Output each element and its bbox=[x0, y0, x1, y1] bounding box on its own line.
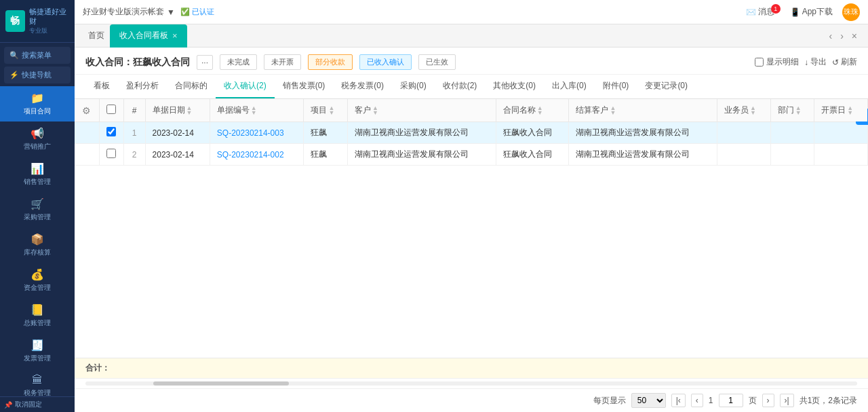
sidebar-item-marketing[interactable]: 📢 营销推广 bbox=[0, 121, 75, 157]
export-icon: ↓ bbox=[804, 58, 808, 67]
tab-tax-invoice[interactable]: 税务发票(0) bbox=[333, 75, 392, 98]
row-settings-cell bbox=[75, 122, 99, 144]
company-selector[interactable]: 好业财专业版演示帐套 ▼ bbox=[83, 6, 175, 18]
app-logo-icon: 畅 bbox=[5, 10, 25, 32]
doc-no-link[interactable]: SQ-20230214-002 bbox=[217, 150, 284, 160]
tab-inout[interactable]: 出入库(0) bbox=[544, 75, 595, 98]
app-download-action[interactable]: 📱 App下载 bbox=[790, 6, 833, 18]
row-salesperson-cell bbox=[717, 144, 771, 166]
docno-header: 单据编号▲▼ bbox=[210, 99, 304, 122]
prev-page-button[interactable]: ‹ bbox=[691, 394, 703, 407]
status-confirmed-button[interactable]: 已收入确认 bbox=[359, 54, 412, 70]
scrollbar-thumb[interactable] bbox=[153, 381, 289, 386]
search-menu-button[interactable]: 🔍 搜索菜单 bbox=[4, 47, 71, 64]
horizontal-scrollbar[interactable] bbox=[75, 378, 868, 388]
tab-kanban[interactable]: 看板 bbox=[85, 75, 118, 98]
customer-sort-icon[interactable]: ▲▼ bbox=[372, 106, 378, 115]
status-effective-button[interactable]: 已生效 bbox=[418, 54, 456, 70]
topbar-left: 好业财专业版演示帐套 ▼ ✅ 已认证 bbox=[83, 6, 214, 18]
sidebar-item-fund[interactable]: 💰 资金管理 bbox=[0, 263, 75, 298]
last-page-button[interactable]: ›| bbox=[780, 394, 794, 407]
sidebar-logo: 畅 畅捷通好业财 专业版 bbox=[0, 0, 75, 43]
tab-purchase[interactable]: 采购(0) bbox=[392, 75, 435, 98]
open-date-header-label: 开票日 bbox=[821, 105, 846, 116]
sidebar-item-purchase[interactable]: 🛒 采购管理 bbox=[0, 192, 75, 227]
quick-nav-button[interactable]: ⚡ 快捷导航 bbox=[4, 67, 71, 83]
tab-profit[interactable]: 盈利分析 bbox=[118, 75, 167, 98]
project-header-label: 项目 bbox=[311, 105, 327, 116]
row-project-cell: 狂飙 bbox=[304, 144, 348, 166]
tab-revenue-confirm[interactable]: 收入确认(2) bbox=[216, 75, 275, 98]
tab-payment[interactable]: 收付款(2) bbox=[435, 75, 486, 98]
row-open-date-cell bbox=[814, 122, 868, 144]
page-input[interactable] bbox=[719, 394, 743, 407]
sidebar-item-invoice[interactable]: 🧾 发票管理 bbox=[0, 333, 75, 369]
date-header-label: 单据日期 bbox=[153, 105, 185, 116]
settle-customer-header-label: 结算客户 bbox=[576, 105, 608, 116]
sidebar-item-project[interactable]: 📁 项目合同 bbox=[0, 86, 75, 121]
main-area: 好业财专业版演示帐套 ▼ ✅ 已认证 ✉️ 消息 1 📱 App下载 珠珠 bbox=[75, 0, 868, 412]
project-icon: 📁 bbox=[31, 92, 44, 105]
tab-close-all-button[interactable]: × bbox=[849, 29, 860, 43]
tab-prev-button[interactable]: ‹ bbox=[826, 29, 835, 43]
export-action[interactable]: ↓ 导出 bbox=[804, 56, 827, 68]
display-detail-checkbox-container[interactable]: 显示明细 bbox=[755, 56, 799, 68]
tab-contract-subject[interactable]: 合同标的 bbox=[167, 75, 216, 98]
row-num-cell: 2 bbox=[123, 144, 145, 166]
active-tab[interactable]: 收入合同看板 × bbox=[110, 24, 187, 48]
tab-other-income[interactable]: 其他收支(0) bbox=[485, 75, 544, 98]
display-detail-checkbox[interactable] bbox=[755, 58, 764, 67]
date-sort-icon[interactable]: ▲▼ bbox=[186, 106, 193, 115]
salesperson-sort-icon[interactable]: ▲▼ bbox=[750, 106, 756, 115]
tab-sales-invoice[interactable]: 销售发票(0) bbox=[275, 75, 334, 98]
export-label: 导出 bbox=[810, 56, 827, 68]
refresh-label: 刷新 bbox=[841, 56, 857, 68]
row-num-cell: 1 bbox=[123, 122, 145, 144]
check-circle-icon: ✅ bbox=[180, 7, 190, 16]
sidebar-item-tax[interactable]: 🏛 税务管理 bbox=[0, 369, 75, 396]
avatar[interactable]: 珠珠 bbox=[842, 3, 860, 21]
select-all-checkbox[interactable] bbox=[106, 105, 116, 114]
page-right-actions: 显示明细 ↓ 导出 ↺ 刷新 bbox=[755, 56, 857, 68]
topbar-right: ✉️ 消息 1 📱 App下载 珠珠 bbox=[746, 3, 860, 21]
total-label: 合计： bbox=[85, 362, 110, 374]
row-settings-cell bbox=[75, 144, 99, 166]
title-prefix: 收入合同： bbox=[85, 56, 133, 67]
next-page-button[interactable]: › bbox=[762, 394, 774, 407]
status-not-open-button[interactable]: 未开票 bbox=[264, 54, 301, 70]
per-page-select[interactable]: 50 100 200 bbox=[631, 393, 666, 408]
tab-close-button[interactable]: × bbox=[172, 31, 178, 41]
project-sort-icon[interactable]: ▲▼ bbox=[328, 106, 334, 115]
message-action[interactable]: ✉️ 消息 1 bbox=[746, 6, 781, 18]
status-partial-button[interactable]: 部分收款 bbox=[308, 54, 353, 70]
sidebar-nav: 📁 项目合同 📢 营销推广 📊 销售管理 🛒 采购管理 📦 库存核算 💰 资金管… bbox=[0, 86, 75, 396]
row-checkbox[interactable] bbox=[106, 127, 116, 136]
notification-badge: 1 bbox=[771, 4, 781, 14]
tab-next-button[interactable]: › bbox=[837, 29, 846, 43]
settings-gear-icon[interactable]: ⚙ bbox=[82, 105, 91, 116]
settle-sort-icon[interactable]: ▲▼ bbox=[610, 106, 616, 115]
first-page-button[interactable]: |‹ bbox=[671, 394, 686, 407]
checkbox-column-header bbox=[99, 99, 123, 122]
tab-attachment[interactable]: 附件(0) bbox=[595, 75, 637, 98]
docno-sort-icon[interactable]: ▲▼ bbox=[251, 106, 257, 115]
sidebar: 畅 畅捷通好业财 专业版 🔍 搜索菜单 ⚡ 快捷导航 📁 项目合同 📢 营销推广… bbox=[0, 0, 75, 412]
pin-icon: 📌 bbox=[4, 401, 12, 409]
more-button[interactable]: ··· bbox=[197, 55, 213, 70]
doc-no-link[interactable]: SQ-20230214-003 bbox=[217, 128, 284, 138]
department-header-label: 部门 bbox=[778, 105, 794, 116]
sidebar-item-sales[interactable]: 📊 销售管理 bbox=[0, 157, 75, 192]
tab-change-log[interactable]: 变更记录(0) bbox=[637, 75, 696, 98]
refresh-action[interactable]: ↺ 刷新 bbox=[832, 56, 857, 68]
home-breadcrumb[interactable]: 首页 bbox=[83, 30, 110, 41]
sales-label: 销售管理 bbox=[24, 177, 51, 187]
status-incomplete-button[interactable]: 未完成 bbox=[220, 54, 257, 70]
row-checkbox[interactable] bbox=[106, 149, 116, 158]
dept-sort-icon[interactable]: ▲▼ bbox=[795, 106, 802, 115]
sidebar-item-general[interactable]: 📒 总账管理 bbox=[0, 298, 75, 333]
unpin-button[interactable]: 📌 取消固定 bbox=[0, 396, 75, 412]
contract-sort-icon[interactable]: ▲▼ bbox=[537, 106, 543, 115]
display-detail-label: 显示明细 bbox=[766, 56, 799, 68]
open-date-sort-icon[interactable]: ▲▼ bbox=[847, 106, 853, 115]
sidebar-item-inventory[interactable]: 📦 库存核算 bbox=[0, 227, 75, 263]
